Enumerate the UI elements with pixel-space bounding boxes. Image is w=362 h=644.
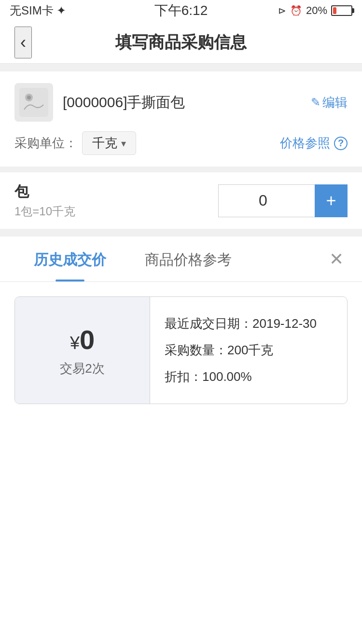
status-right: ⊳ ⏰ 20% bbox=[278, 4, 352, 17]
tab-price-ref-label: 商品价格参考 bbox=[145, 252, 232, 267]
product-left: [0000006]手撕面包 bbox=[14, 83, 185, 122]
quantity-unit-main: 包 bbox=[14, 182, 75, 202]
price-ref-button[interactable]: 价格参照 ? bbox=[280, 135, 348, 152]
quantity-unit-sub: 1包=10千克 bbox=[14, 204, 75, 219]
product-header: [0000006]手撕面包 ✎ 编辑 bbox=[14, 83, 348, 122]
tabs-section: 历史成交价 商品价格参考 ✕ ¥0 交易2次 最近成交日期：2019-12-30… bbox=[0, 237, 362, 644]
status-bar: 无SIM卡 ✦ 下午6:12 ⊳ ⏰ 20% bbox=[0, 0, 362, 21]
edit-button[interactable]: ✎ 编辑 bbox=[311, 94, 348, 111]
nav-bar: ‹ 填写商品采购信息 bbox=[0, 21, 362, 64]
unit-label: 采购单位： bbox=[14, 135, 77, 152]
trade-count: 交易2次 bbox=[60, 360, 104, 377]
price-card-right: 最近成交日期：2019-12-30 采购数量：200千克 折扣：100.00% bbox=[150, 297, 347, 404]
purchase-qty: 采购数量：200千克 bbox=[165, 341, 333, 360]
product-name: [0000006]手撕面包 bbox=[63, 93, 185, 112]
battery-fill bbox=[333, 7, 336, 14]
product-image bbox=[14, 83, 53, 122]
battery-icon bbox=[331, 5, 352, 16]
unit-selector[interactable]: 千克 ▾ bbox=[82, 131, 136, 155]
tab-price-ref[interactable]: 商品价格参考 bbox=[125, 237, 251, 281]
price-card: ¥0 交易2次 最近成交日期：2019-12-30 采购数量：200千克 折扣：… bbox=[14, 296, 348, 404]
price-value: 0 bbox=[80, 324, 95, 355]
currency-symbol: ¥ bbox=[70, 333, 80, 353]
quantity-plus-button[interactable]: + bbox=[315, 184, 348, 217]
price-card-left: ¥0 交易2次 bbox=[15, 297, 150, 404]
tab-history-label: 历史成交价 bbox=[34, 252, 106, 267]
product-unit-row: 采购单位： 千克 ▾ 价格参照 ? bbox=[14, 131, 348, 155]
svg-point-2 bbox=[27, 96, 31, 99]
battery-text: 20% bbox=[306, 4, 327, 17]
price-ref-label: 价格参照 bbox=[280, 135, 330, 152]
dropdown-arrow-icon: ▾ bbox=[121, 138, 126, 149]
status-time: 下午6:12 bbox=[154, 1, 208, 20]
tabs-header: 历史成交价 商品价格参考 ✕ bbox=[0, 237, 362, 282]
status-left: 无SIM卡 ✦ bbox=[10, 3, 66, 18]
quantity-input[interactable] bbox=[218, 184, 315, 217]
alarm-icon: ⏰ bbox=[290, 5, 302, 16]
tabs-close-button[interactable]: ✕ bbox=[325, 245, 348, 273]
signal-text: 无SIM卡 ✦ bbox=[10, 3, 66, 18]
help-icon: ? bbox=[334, 137, 348, 150]
back-button[interactable]: ‹ bbox=[14, 27, 32, 58]
section-divider bbox=[0, 167, 362, 172]
recent-date: 最近成交日期：2019-12-30 bbox=[165, 314, 333, 333]
discount: 折扣：100.00% bbox=[165, 367, 333, 386]
quantity-input-area: + bbox=[218, 184, 348, 217]
edit-icon: ✎ bbox=[311, 96, 320, 109]
unit-left: 采购单位： 千克 ▾ bbox=[14, 131, 136, 155]
price-display: ¥0 bbox=[70, 324, 95, 355]
svg-rect-0 bbox=[19, 88, 48, 117]
page-title: 填写商品采购信息 bbox=[115, 31, 247, 54]
quantity-label: 包 1包=10千克 bbox=[14, 182, 75, 219]
empty-content-area bbox=[0, 419, 362, 644]
location-icon: ⊳ bbox=[278, 5, 286, 16]
tab-history-price[interactable]: 历史成交价 bbox=[14, 237, 125, 281]
unit-value: 千克 bbox=[92, 135, 117, 152]
product-section: [0000006]手撕面包 ✎ 编辑 采购单位： 千克 ▾ 价格参照 ? bbox=[0, 71, 362, 167]
edit-label: 编辑 bbox=[322, 94, 348, 111]
quantity-row: 包 1包=10千克 + bbox=[0, 172, 362, 229]
